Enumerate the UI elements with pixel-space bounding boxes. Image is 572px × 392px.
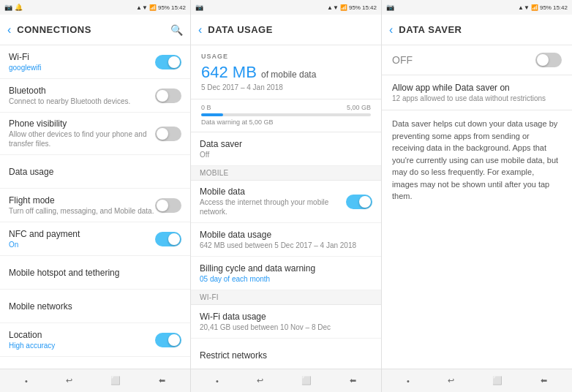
nav-back-3[interactable]: ⬅ bbox=[541, 376, 547, 385]
nav-recent-1[interactable]: ↩ bbox=[66, 376, 72, 385]
billing-row[interactable]: Billing cycle and data warning 05 day of… bbox=[191, 257, 381, 290]
nav-home-3[interactable]: ⬜ bbox=[492, 376, 503, 385]
time-2: 15:42 bbox=[362, 4, 377, 11]
nav-home-1[interactable]: ⬜ bbox=[110, 376, 121, 385]
restrict-networks-row[interactable]: Restrict networks bbox=[191, 339, 381, 369]
bluetooth-title: Bluetooth bbox=[9, 86, 155, 96]
wifi-usage-sub: 20,41 GB used between 10 Nov – 8 Dec bbox=[200, 323, 372, 332]
ds-allow-row[interactable]: Allow app while Data saver on 12 apps al… bbox=[382, 75, 572, 110]
camera-icon-2: 📷 bbox=[195, 4, 203, 11]
wifi-item[interactable]: Wi-Fi googlewifi bbox=[0, 45, 190, 79]
connections-title: CONNECTIONS bbox=[17, 24, 170, 35]
bluetooth-item[interactable]: Bluetooth Connect to nearby Bluetooth de… bbox=[0, 79, 190, 113]
data-saver-row[interactable]: Data saver Off bbox=[191, 132, 381, 166]
ds-off-label: OFF bbox=[392, 54, 413, 66]
phone-visibility-toggle[interactable] bbox=[155, 127, 181, 141]
bottom-nav-2: • ↩ ⬜ ⬅ bbox=[191, 369, 382, 392]
signal-icon-1: ▲▼ bbox=[136, 4, 148, 11]
status-right-2: ▲▼ 📶 95% 15:42 bbox=[327, 4, 377, 11]
usage-header: USAGE 642 MB of mobile data 5 Dec 2017 –… bbox=[191, 45, 381, 99]
wifi-toggle[interactable] bbox=[155, 55, 181, 69]
wifi-usage-text: Wi-Fi data usage 20,41 GB used between 1… bbox=[200, 312, 372, 332]
battery-3: 95% bbox=[540, 4, 552, 11]
nfc-text: NFC and payment On bbox=[9, 229, 155, 249]
data-saver-header: ‹ DATA SAVER bbox=[382, 15, 572, 45]
mobile-networks-item[interactable]: Mobile networks bbox=[0, 290, 190, 323]
connections-content: Wi-Fi googlewifi Bluetooth Connect to ne… bbox=[0, 45, 190, 369]
status-icons-left-2: 📷 bbox=[195, 4, 203, 11]
mobile-networks-title: Mobile networks bbox=[9, 301, 181, 312]
ds-description: Data saver helps cut down your data usag… bbox=[382, 110, 572, 210]
data-usage-item[interactable]: Data usage bbox=[0, 155, 190, 189]
flight-mode-toggle[interactable] bbox=[155, 198, 181, 213]
data-usage-title: Data usage bbox=[9, 167, 181, 177]
panels: ‹ CONNECTIONS 🔍 Wi-Fi googlewifi Bluetoo… bbox=[0, 15, 572, 369]
status-right-3: ▲▼ 📶 95% 15:42 bbox=[518, 4, 568, 11]
data-saver-back-icon[interactable]: ‹ bbox=[389, 23, 393, 37]
bottom-nav-1: • ↩ ⬜ ⬅ bbox=[0, 369, 191, 392]
nav-back-1[interactable]: ⬅ bbox=[159, 376, 165, 385]
data-saver-panel-title: DATA SAVER bbox=[399, 24, 565, 35]
battery-1: 95% bbox=[158, 4, 170, 11]
progress-section: 0 B 5,00 GB Data warning at 5,00 GB bbox=[191, 99, 381, 132]
phone-visibility-title: Phone visibility bbox=[9, 118, 155, 129]
ds-main-toggle[interactable] bbox=[535, 53, 562, 67]
nav-home-2[interactable]: ⬜ bbox=[301, 376, 312, 385]
wifi-usage-title: Wi-Fi data usage bbox=[200, 312, 372, 322]
connections-header: ‹ CONNECTIONS 🔍 bbox=[0, 15, 190, 45]
data-usage-back-icon[interactable]: ‹ bbox=[198, 23, 202, 37]
bottom-nav-3: • ↩ ⬜ ⬅ bbox=[382, 369, 572, 392]
status-bar-2: 📷 ▲▼ 📶 95% 15:42 bbox=[191, 0, 382, 15]
mobile-data-usage-row[interactable]: Mobile data usage 642 MB used between 5 … bbox=[191, 223, 381, 257]
location-subtitle: High accuracy bbox=[9, 341, 155, 350]
connections-back-icon[interactable]: ‹ bbox=[7, 23, 11, 37]
warning-text: Data warning at 5,00 GB bbox=[201, 118, 371, 126]
hotspot-item[interactable]: Mobile hotspot and tethering bbox=[0, 256, 190, 290]
mobile-data-usage-sub: 642 MB used between 5 Dec 2017 – 4 Jan 2… bbox=[200, 241, 372, 250]
restrict-networks-title: Restrict networks bbox=[200, 350, 372, 361]
signal-icon-2: ▲▼ bbox=[327, 4, 339, 11]
wifi-usage-row[interactable]: Wi-Fi data usage 20,41 GB used between 1… bbox=[191, 305, 381, 339]
battery-2: 95% bbox=[349, 4, 361, 11]
hotspot-title: Mobile hotspot and tethering bbox=[9, 268, 181, 278]
location-title: Location bbox=[9, 330, 155, 340]
location-item[interactable]: Location High accuracy bbox=[0, 323, 190, 357]
usage-dates: 5 Dec 2017 – 4 Jan 2018 bbox=[201, 83, 371, 91]
data-saver-text: Data saver Off bbox=[200, 139, 372, 159]
data-saver-panel: ‹ DATA SAVER OFF Allow app while Data sa… bbox=[382, 15, 572, 369]
mobile-data-row[interactable]: Mobile data Access the internet through … bbox=[191, 181, 381, 223]
data-usage-text: Data usage bbox=[9, 167, 181, 177]
status-bar-1: 📷 🔔 ▲▼ 📶 95% 15:42 bbox=[0, 0, 191, 15]
data-saver-status: Off bbox=[200, 150, 372, 159]
phone-visibility-text: Phone visibility Allow other devices to … bbox=[9, 118, 155, 148]
wifi-subtitle: googlewifi bbox=[9, 63, 155, 72]
usage-mb: 642 MB bbox=[201, 63, 257, 81]
progress-fill bbox=[201, 113, 223, 116]
usage-label: USAGE bbox=[201, 53, 371, 60]
flight-mode-text: Flight mode Turn off calling, messaging,… bbox=[9, 195, 155, 216]
progress-labels: 0 B 5,00 GB bbox=[201, 104, 371, 111]
bluetooth-toggle[interactable] bbox=[155, 88, 181, 103]
connections-search-icon[interactable]: 🔍 bbox=[170, 24, 183, 36]
nfc-subtitle: On bbox=[9, 240, 155, 249]
status-right-1: ▲▼ 📶 95% 15:42 bbox=[136, 4, 186, 11]
location-toggle[interactable] bbox=[155, 333, 181, 347]
camera-icon-3: 📷 bbox=[386, 4, 394, 11]
mobile-section-divider: MOBILE bbox=[191, 166, 381, 181]
nfc-item[interactable]: NFC and payment On bbox=[0, 222, 190, 256]
mobile-data-title: Mobile data bbox=[200, 186, 346, 197]
nav-back-2[interactable]: ⬅ bbox=[350, 376, 356, 385]
mobile-data-usage-title: Mobile data usage bbox=[200, 230, 372, 240]
billing-text: Billing cycle and data warning 05 day of… bbox=[200, 263, 372, 284]
phone-visibility-item[interactable]: Phone visibility Allow other devices to … bbox=[0, 113, 190, 155]
nav-recent-3[interactable]: ↩ bbox=[448, 376, 454, 385]
nfc-toggle[interactable] bbox=[155, 232, 181, 246]
nav-recent-2[interactable]: ↩ bbox=[257, 376, 263, 385]
wifi-section-divider: WI-FI bbox=[191, 290, 381, 305]
status-bar-3: 📷 ▲▼ 📶 95% 15:42 bbox=[382, 0, 572, 15]
flight-mode-item[interactable]: Flight mode Turn off calling, messaging,… bbox=[0, 189, 190, 222]
more-settings-item[interactable]: More connection settings bbox=[0, 357, 190, 369]
restrict-networks-text: Restrict networks bbox=[200, 350, 372, 361]
mobile-data-toggle[interactable] bbox=[346, 195, 372, 209]
wifi-title: Wi-Fi bbox=[9, 52, 155, 62]
